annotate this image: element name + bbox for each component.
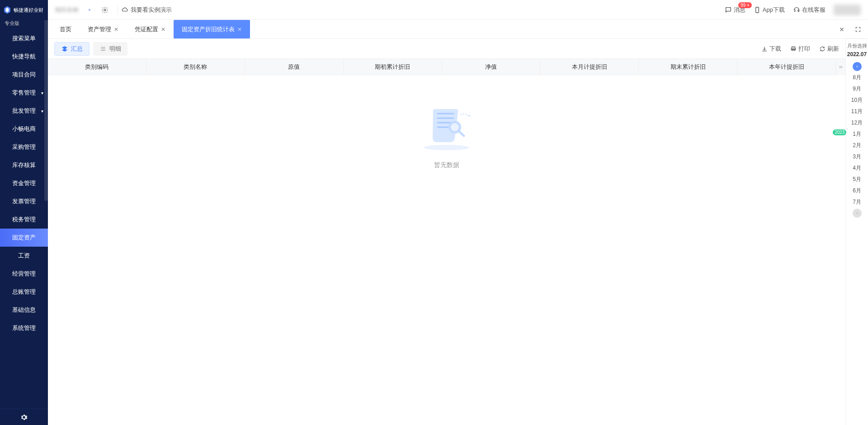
month-item-11[interactable]: 7月 <box>853 197 861 207</box>
month-list: 8月9月10月11月12月1月20232月3月4月5月6月7月 <box>851 73 863 207</box>
chevron-down-icon: ▾ <box>41 109 43 114</box>
nav-item-6[interactable]: 采购管理 <box>0 138 48 156</box>
nav-item-8[interactable]: 资金管理 <box>0 174 48 192</box>
svg-point-2 <box>424 145 469 150</box>
phone-icon <box>754 6 761 14</box>
demo-label: 我要看实例演示 <box>131 6 172 14</box>
nav-item-5[interactable]: 小畅电商 <box>0 120 48 138</box>
column-header-5: 本月计提折旧 <box>540 59 639 75</box>
page-tab-2[interactable]: 凭证配置✕ <box>127 20 174 38</box>
month-item-4[interactable]: 12月 <box>851 118 863 128</box>
brand-icon <box>3 5 12 14</box>
brand-edition: 专业版 <box>0 20 48 29</box>
close-all-tabs[interactable] <box>835 23 848 36</box>
nav-item-3[interactable]: 零售管理▾ <box>0 84 48 102</box>
expand-columns-button[interactable] <box>835 59 845 75</box>
print-icon <box>790 46 797 52</box>
svg-rect-1 <box>756 7 759 13</box>
page-tab-label: 固定资产折旧统计表 <box>182 25 235 33</box>
online-service-button[interactable]: 在线客服 <box>793 6 826 14</box>
sidebar-settings[interactable] <box>0 409 48 425</box>
nav-item-label: 经营管理 <box>12 270 36 278</box>
content: 汇总 明细 下载 <box>48 39 868 425</box>
month-scroll-down[interactable] <box>853 209 862 218</box>
close-icon[interactable]: ✕ <box>237 26 242 33</box>
fullscreen-button[interactable] <box>852 23 864 36</box>
month-item-7[interactable]: 3月 <box>853 152 861 162</box>
nav-item-15[interactable]: 基础信息 <box>0 301 48 319</box>
month-item-2[interactable]: 10月 <box>851 96 863 105</box>
nav-item-13[interactable]: 经营管理 <box>0 265 48 283</box>
nav-item-10[interactable]: 税务管理 <box>0 210 48 229</box>
month-item-1[interactable]: 9月 <box>853 84 861 94</box>
year-badge: 2023 <box>833 129 846 135</box>
refresh-label: 刷新 <box>827 45 839 53</box>
column-header-4: 净值 <box>442 59 541 75</box>
page-tab-0[interactable]: 首页 <box>52 20 80 38</box>
page-tabs: 首页资产管理✕凭证配置✕固定资产折旧统计表✕ <box>48 20 868 39</box>
page-tab-3[interactable]: 固定资产折旧统计表✕ <box>174 20 250 38</box>
month-item-0[interactable]: 8月 <box>853 73 861 82</box>
message-icon <box>725 6 732 14</box>
month-selector: 月份选择 2022.07 8月9月10月11月12月1月20232月3月4月5月… <box>845 39 868 425</box>
nav-item-7[interactable]: 库存核算 <box>0 156 48 174</box>
nav-item-16[interactable]: 系统管理 <box>0 319 48 337</box>
brand-logo: 畅捷通好业财 <box>0 0 48 20</box>
sidebar-scrollbar[interactable] <box>44 20 48 201</box>
refresh-button[interactable]: 刷新 <box>819 45 839 53</box>
list-icon <box>99 45 107 53</box>
close-icon[interactable]: ✕ <box>114 26 118 33</box>
month-scroll-up[interactable] <box>853 62 862 71</box>
close-icon[interactable]: ✕ <box>161 26 165 33</box>
chevron-down-icon: ▾ <box>41 91 43 96</box>
nav-item-label: 快捷导航 <box>12 53 36 61</box>
fullscreen-icon <box>855 26 861 33</box>
nav-item-label: 工资 <box>18 252 30 260</box>
svg-point-0 <box>104 9 106 11</box>
user-avatar[interactable] <box>834 5 861 15</box>
demo-link[interactable]: 我要看实例演示 <box>122 6 172 14</box>
month-item-9[interactable]: 5月 <box>853 175 861 184</box>
nav-item-2[interactable]: 项目合同 <box>0 66 48 84</box>
download-button[interactable]: 下载 <box>761 45 781 53</box>
refresh-icon <box>819 46 826 52</box>
month-selector-title: 月份选择 <box>847 41 867 51</box>
view-tab-detail[interactable]: 明细 <box>93 42 127 56</box>
report-view-tabs: 汇总 明细 下载 <box>48 39 845 59</box>
column-header-1: 类别名称 <box>146 59 245 75</box>
gear-icon <box>101 6 108 14</box>
view-tab-summary[interactable]: 汇总 <box>54 42 90 56</box>
nav-item-label: 项目合同 <box>12 71 36 79</box>
nav-item-12[interactable]: 工资 <box>0 247 48 265</box>
org-dropdown[interactable] <box>87 7 92 13</box>
month-selector-current: 2022.07 <box>847 51 867 60</box>
nav-item-1[interactable]: 快捷导航 <box>0 48 48 66</box>
nav-item-label: 税务管理 <box>12 215 36 224</box>
nav-item-11[interactable]: 固定资产 <box>0 229 48 247</box>
page-tab-1[interactable]: 资产管理✕ <box>80 20 127 38</box>
org-settings[interactable] <box>101 6 108 14</box>
brand-name: 畅捷通好业财 <box>14 7 43 14</box>
chevron-right-double-icon <box>838 64 844 70</box>
print-button[interactable]: 打印 <box>790 45 810 53</box>
download-icon <box>761 46 768 52</box>
nav-item-label: 小畅电商 <box>12 125 36 133</box>
month-item-8[interactable]: 4月 <box>853 163 861 173</box>
column-header-3: 期初累计折旧 <box>344 59 442 75</box>
column-header-0: 类别编码 <box>48 59 146 75</box>
month-item-5[interactable]: 1月2023 <box>853 129 861 139</box>
nav-item-4[interactable]: 批发管理▾ <box>0 102 48 120</box>
nav: 搜索菜单快捷导航项目合同零售管理▾批发管理▾小畅电商采购管理库存核算资金管理发票… <box>0 29 48 409</box>
nav-item-14[interactable]: 总账管理 <box>0 283 48 301</box>
layers-icon <box>61 45 68 53</box>
app-download-label: App下载 <box>763 6 785 14</box>
month-item-3[interactable]: 11月 <box>851 107 863 116</box>
app-download-button[interactable]: App下载 <box>754 6 785 14</box>
messages-button[interactable]: 消息 99 + <box>725 6 745 14</box>
nav-item-0[interactable]: 搜索菜单 <box>0 29 48 48</box>
nav-item-9[interactable]: 发票管理 <box>0 192 48 210</box>
month-item-10[interactable]: 6月 <box>853 186 861 196</box>
topbar: 组织名称 我要看实例演示 消息 99 + App下载 <box>48 0 868 20</box>
column-header-6: 期末累计折旧 <box>639 59 737 75</box>
month-item-6[interactable]: 2月 <box>853 141 861 150</box>
